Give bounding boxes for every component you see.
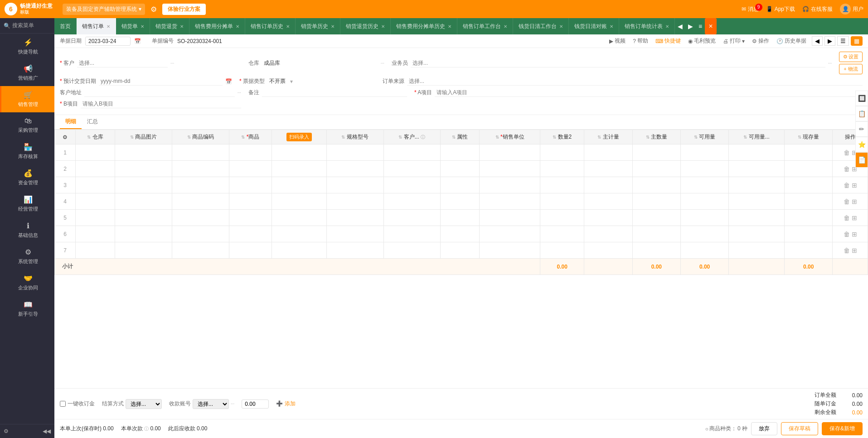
row-copy-btn[interactable]: ⊞	[852, 247, 857, 254]
row-main-uom[interactable]	[584, 161, 632, 177]
col-attr[interactable]: ⇅ 属性	[440, 130, 479, 144]
customer-input[interactable]	[77, 59, 168, 67]
row-available[interactable]	[680, 177, 728, 193]
row-delete-btn[interactable]: 🗑	[844, 182, 850, 189]
row-customer-code[interactable]	[383, 161, 440, 177]
row-product[interactable]	[229, 226, 272, 242]
tab-sales-stats[interactable]: 销售订单统计表 ✕	[619, 18, 675, 34]
shortcut-btn[interactable]: ⌨ 快捷键	[654, 36, 683, 46]
tab-close-icon[interactable]: ✕	[331, 24, 335, 29]
discard-btn[interactable]: 放弃	[751, 422, 777, 435]
quick-settle-checkbox[interactable]	[60, 401, 66, 407]
row-main-qty[interactable]	[632, 226, 680, 242]
order-source-input[interactable]	[407, 77, 863, 86]
row-customer-code[interactable]	[383, 177, 440, 193]
col-sku[interactable]: ⇅ 商品编码	[172, 130, 229, 144]
row-attr[interactable]	[440, 242, 479, 259]
sidebar-item-quick-nav[interactable]: ⚡ 快捷导航	[0, 34, 54, 60]
row-spec[interactable]	[326, 210, 383, 226]
tab-sales-order[interactable]: 销售订单 ✕	[77, 18, 116, 34]
col-available2[interactable]: ⇅ 可用量...	[729, 130, 785, 144]
row-available[interactable]	[680, 193, 728, 210]
sidebar-item-inventory[interactable]: 🏪 库存核算	[0, 138, 54, 164]
float-btn-1[interactable]: 🔲	[855, 91, 868, 106]
this-save-info-icon[interactable]: ⓘ	[144, 426, 149, 431]
col-unit[interactable]: ⇅ *销售单位	[480, 130, 540, 144]
float-btn-4[interactable]: ⭐	[855, 137, 868, 152]
row-sku[interactable]	[172, 193, 229, 210]
row-main-qty[interactable]	[632, 144, 680, 161]
row-main-qty[interactable]	[632, 210, 680, 226]
row-available2[interactable]	[729, 210, 785, 226]
row-main-qty[interactable]	[632, 242, 680, 259]
tab-close-all-btn[interactable]: ✕	[705, 18, 717, 34]
row-main-uom[interactable]	[584, 210, 632, 226]
tab-fee-history[interactable]: 销售费用分摊单历史 ✕	[391, 18, 457, 34]
row-main-qty[interactable]	[632, 161, 680, 177]
delivery-date-input[interactable]	[99, 77, 223, 86]
view-btn[interactable]: ▶ 视频	[607, 36, 627, 46]
row-qty2[interactable]	[540, 177, 584, 193]
save-new-btn[interactable]: 保存&新增	[822, 422, 863, 435]
tab-close-icon[interactable]: ✕	[286, 24, 290, 29]
row-stock[interactable]	[785, 177, 833, 193]
history-btn[interactable]: 🕐 历史单据	[775, 36, 808, 46]
row-available2[interactable]	[729, 226, 785, 242]
row-warehouse[interactable]	[76, 226, 115, 242]
operate-btn[interactable]: ⚙ 操作	[750, 36, 771, 46]
help-btn[interactable]: ? 帮助	[631, 36, 650, 46]
row-spec[interactable]	[326, 193, 383, 210]
float-btn-2[interactable]: 📋	[855, 106, 868, 121]
col-available[interactable]: ⇅ 可用量	[680, 130, 728, 144]
row-product[interactable]	[229, 144, 272, 161]
row-qty2[interactable]	[540, 210, 584, 226]
tab-close-icon[interactable]: ✕	[610, 24, 613, 29]
row-spec[interactable]	[326, 144, 383, 161]
row-copy-btn[interactable]: ⊞	[852, 182, 857, 189]
tab-home[interactable]: 首页	[54, 18, 77, 34]
online-service-btn[interactable]: 🎧 在线客服	[802, 5, 833, 13]
row-stock[interactable]	[785, 226, 833, 242]
row-unit[interactable]	[480, 193, 540, 210]
invoice-chevron[interactable]: ▾	[290, 78, 293, 85]
row-spec[interactable]	[326, 161, 383, 177]
row-available[interactable]	[680, 161, 728, 177]
save-draft-btn[interactable]: 保存草稿	[781, 422, 818, 435]
sidebar-item-cooperation[interactable]: 🤝 企业协同	[0, 270, 54, 296]
account-more-btn[interactable]: ···	[231, 401, 234, 406]
tab-close-icon[interactable]: ✕	[381, 24, 385, 29]
row-stock[interactable]	[785, 144, 833, 161]
tab-sales-invoice[interactable]: 销货单 ✕	[116, 18, 150, 34]
row-customer-code[interactable]	[383, 226, 440, 242]
tab-sales-return[interactable]: 销货退货 ✕	[150, 18, 189, 34]
row-warehouse[interactable]	[76, 210, 115, 226]
row-available[interactable]	[680, 242, 728, 259]
list-view-btn[interactable]: ☰	[837, 36, 849, 46]
col-customer-code[interactable]: ⇅ 客户... ⓘ	[383, 130, 440, 144]
float-btn-3[interactable]: ✏	[855, 121, 868, 137]
row-attr[interactable]	[440, 193, 479, 210]
row-attr[interactable]	[440, 161, 479, 177]
tab-close-icon[interactable]: ✕	[180, 24, 184, 29]
row-attr[interactable]	[440, 144, 479, 161]
row-delete-btn[interactable]: 🗑	[844, 247, 850, 254]
row-delete-btn[interactable]: 🗑	[844, 231, 850, 238]
row-copy-btn[interactable]: ⊞	[852, 231, 857, 238]
row-main-uom[interactable]	[584, 242, 632, 259]
address-more-btn[interactable]: ···	[238, 90, 241, 95]
sidebar-search[interactable]: 🔍 搜索菜单	[0, 18, 54, 34]
print-btn[interactable]: 🖨 打印 ▾	[721, 36, 747, 46]
user-btn[interactable]: 👤 用户	[840, 4, 863, 14]
row-main-uom[interactable]	[584, 144, 632, 161]
row-available2[interactable]	[729, 193, 785, 210]
add-payment-btn[interactable]: ➕ 添加	[276, 400, 295, 408]
row-main-qty[interactable]	[632, 193, 680, 210]
salesperson-more-btn[interactable]: ···	[828, 61, 832, 66]
calendar-icon[interactable]: 📅	[134, 38, 141, 44]
row-customer-code[interactable]	[383, 144, 440, 161]
row-copy-btn[interactable]: ⊞	[852, 214, 857, 221]
row-unit[interactable]	[480, 161, 540, 177]
row-sku[interactable]	[172, 144, 229, 161]
row-delete-btn[interactable]: 🗑	[844, 214, 850, 221]
messages-btn[interactable]: ✉ 9 消息	[742, 5, 759, 13]
